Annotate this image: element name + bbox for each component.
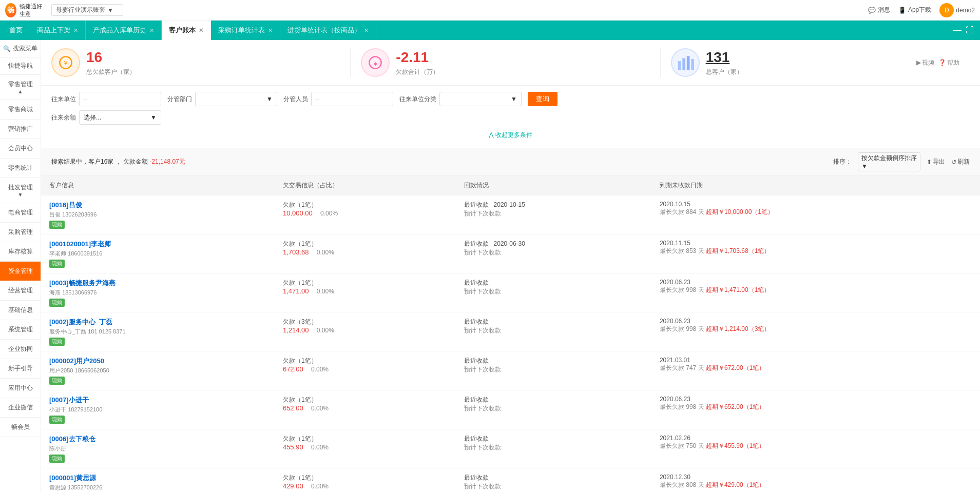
overdue-amount[interactable]: 超期￥672.00（1笔） [706,364,765,371]
debt-amount-value: -2.11 [396,49,439,66]
sidebar-item-batch-mgmt[interactable]: 批发管理 ▼ [0,178,41,203]
sidebar-item-marketing[interactable]: 营销推广 [0,120,41,139]
sidebar-item-retail-stats[interactable]: 零售统计 [0,159,41,178]
tab-purchase-stats[interactable]: 进货单统计表（按商品） ✕ [280,21,376,40]
due-date-cell: 2020.06.23 最长欠款 998 天 超期￥652.00（1笔） [651,390,980,429]
message-btn[interactable]: 💬 消息 [868,6,890,14]
customer-name[interactable]: [0002]服务中心_丁磊 [49,318,266,327]
chevron-down-icon: ▼ [107,7,113,14]
overdue-amount[interactable]: 超期￥652.00（1笔） [706,403,765,410]
video-help-btn[interactable]: ▶ 视频 [916,58,934,67]
debt-percent: 0.00% [311,483,329,490]
customer-name[interactable]: [000002]用户2050 [49,357,266,366]
sort-select[interactable]: 按欠款金额倒序排序 ▼ [858,152,920,171]
customer-info-cell: [0002]服务中心_丁磊 服务中心_丁磊 181 0125 8371 现购 [41,312,275,351]
minimize-icon[interactable]: — [953,26,962,35]
customer-name[interactable]: [0006]去下粮仓 [49,435,266,444]
due-date: 2020.06.23 [660,396,690,403]
overdue-amount[interactable]: 超期￥1,471.00（1笔） [706,286,770,293]
customer-info-cell: [000001]黄思源 黄思源 13552700226 现购 [41,468,275,494]
overdue-amount[interactable]: 超期￥1,214.00（3笔） [706,325,770,332]
sidebar-item-ecommerce[interactable]: 电商管理 [0,203,41,223]
tab-purchase-order[interactable]: 采购订单统计表 ✕ [211,21,280,40]
message-label: 消息 [878,6,890,14]
total-customers-label: 总客户（家） [706,68,743,76]
person-input[interactable]: ··· [311,92,393,106]
debt-info-cell: 欠款（1笔） 10,000.00 0.00% [275,195,456,234]
due-date-cell: 2020.11.15 最长欠款 853 天 超期￥1,703.68（1笔） [651,234,980,273]
sort-label: 排序： [833,157,852,166]
refresh-btn[interactable]: ↺ 刷新 [951,157,970,166]
svg-text:¥: ¥ [64,60,68,66]
sidebar-item-app-center[interactable]: 应用中心 [0,379,41,398]
debt-amount: 672.00 [283,365,303,373]
customer-name[interactable]: [0003]畅捷服务尹海燕 [49,279,266,288]
debt-amount: 455.90 [283,443,303,451]
search-button[interactable]: 查询 [528,92,558,106]
next-collect: 预计下次收款 [464,444,501,451]
customer-info-cell: [0007]小进干 小进干 18279152100 现购 [41,390,275,429]
overdue-amount[interactable]: 超期￥1,703.68（1笔） [706,247,770,254]
sidebar-item-system[interactable]: 系统管理 [0,320,41,340]
close-icon[interactable]: ✕ [364,27,369,34]
tab-product-history[interactable]: 产成品入库单历史 ✕ [86,21,162,40]
table-row: [000002]用户2050 用户2050 18665062050 现购 欠款（… [41,351,980,390]
customer-name[interactable]: [000001]黄思源 [49,474,266,483]
export-btn[interactable]: ⬆ 导出 [927,157,945,166]
results-info: 搜索结果中，客户16家 ， 欠款金额 -21,148.07元 [51,157,185,166]
sidebar: 🔍 搜索菜单 快捷导航 零售管理 ▲ 零售商城 营销推广 会员中心 零售统计 批… [0,40,41,493]
customer-info-cell: [0003]畅捷服务尹海燕 海燕 18513066976 现购 [41,273,275,312]
sidebar-item-purchase-mgmt[interactable]: 采购管理 [0,223,41,242]
debt-info-cell: 欠款（1笔） 1,471.00 0.00% [275,273,456,312]
refresh-icon: ↺ [951,159,956,166]
sidebar-item-inventory[interactable]: 库存核算 [0,242,41,262]
user-area[interactable]: D demo2 [939,3,975,17]
sidebar-item-finance[interactable]: 资金管理 [0,262,41,281]
tab-customer-account[interactable]: 客户账本 ✕ [162,21,211,40]
due-date-cell: 2021.03.01 最长欠款 747 天 超期￥672.00（1笔） [651,351,980,390]
due-date: 2020.06.23 [660,318,690,325]
col-debt-info: 欠交易信息（占比） [275,176,456,195]
maximize-icon[interactable]: ⛶ [966,26,974,35]
dept-select[interactable]: ▼ [195,92,277,106]
overdue-days: 最长欠款 998 天 [660,325,706,332]
close-icon[interactable]: ✕ [268,27,273,34]
sidebar-item-new-guide[interactable]: 新手引导 [0,359,41,379]
tab-goods-offline[interactable]: 商品上下架 ✕ [30,21,86,40]
close-icon[interactable]: ✕ [199,27,203,34]
overdue-amount[interactable]: 超期￥10,000.00（1笔） [706,208,774,215]
close-icon[interactable]: ✕ [73,27,78,34]
customer-name[interactable]: [0016]吕俊 [49,201,266,210]
tab-home[interactable]: 首页 [2,21,30,40]
sidebar-item-retail-store[interactable]: 零售商城 [0,100,41,120]
sidebar-item-business[interactable]: 经营管理 [0,281,41,301]
customer-tag: 现购 [49,377,65,385]
overdue-amount[interactable]: 超期￥455.90（1笔） [706,442,765,449]
logo-area: 畅 畅捷通好生意 [5,3,46,18]
col-collection: 回款情况 [456,176,651,195]
sidebar-item-search-menu[interactable]: 🔍 搜索菜单 [0,40,41,57]
sidebar-item-enterprise-collab[interactable]: 企业协同 [0,340,41,359]
chevron-down-icon: ▼ [511,95,517,103]
sidebar-item-member[interactable]: 会员中心 [0,139,41,159]
collapse-bar[interactable]: ⋀ 收起更多条件 [51,129,970,142]
from-unit-input[interactable]: ··· [79,92,161,106]
due-date: 2021.02.26 [660,435,690,442]
overdue-amount[interactable]: 超期￥429.00（1笔） [706,481,765,488]
customer-name[interactable]: [0007]小进干 [49,396,266,405]
help-btn[interactable]: ❓ 帮助 [938,58,959,67]
sidebar-item-enterprise-wechat[interactable]: 企业微信 [0,398,41,418]
collapse-label: 收起更多条件 [495,131,532,139]
balance-select[interactable]: 选择... ▼ [79,110,161,125]
sidebar-item-quick-nav[interactable]: 快捷导航 [0,57,41,75]
debt-count: 欠款（1笔） [283,474,317,481]
store-selector[interactable]: 母婴行业演示账套 ▼ [51,4,123,16]
debt-customers-icon: ¥ [51,48,80,77]
sidebar-item-vip-member[interactable]: 畅会员 [0,418,41,437]
close-icon[interactable]: ✕ [149,27,154,34]
sidebar-item-basic-info[interactable]: 基础信息 [0,301,41,320]
customer-name[interactable]: [0001020001]李老师 [49,240,266,249]
unit-category-select[interactable]: ▼ [439,92,522,106]
sidebar-item-retail-mgmt[interactable]: 零售管理 ▲ [0,75,41,100]
app-download-btn[interactable]: 📱 App下载 [898,6,931,14]
